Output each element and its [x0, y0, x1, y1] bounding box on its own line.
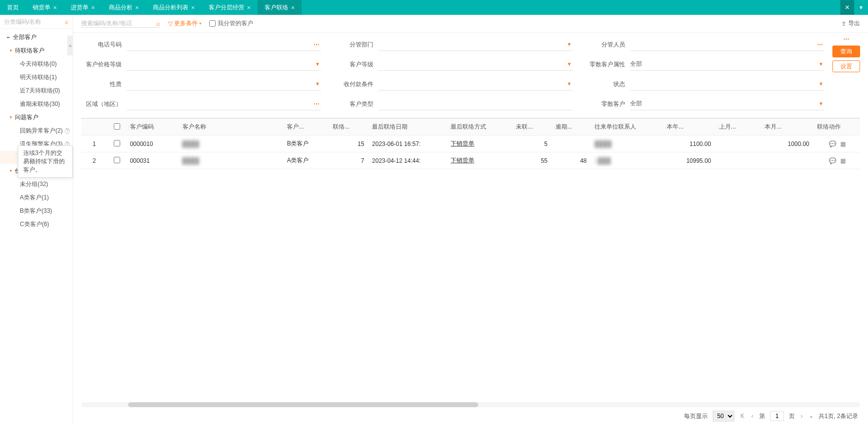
select-all-checkbox[interactable] — [114, 123, 120, 130]
tab[interactable]: 客户联络✕ — [258, 0, 302, 15]
column-header[interactable]: ⋮客户名称 — [180, 119, 284, 136]
main-search-input[interactable] — [81, 20, 156, 27]
close-icon[interactable]: ✕ — [53, 5, 57, 10]
search-icon[interactable]: ⌕ — [156, 20, 160, 27]
tab[interactable]: 商品分析列表✕ — [146, 0, 202, 15]
chat-icon[interactable]: 💬 — [829, 141, 836, 147]
filter-input[interactable] — [378, 97, 573, 110]
close-all-tabs-button[interactable]: ✕ — [840, 0, 854, 15]
next-page-button[interactable]: › — [800, 413, 804, 420]
close-icon[interactable]: ✕ — [191, 5, 195, 10]
first-page-button[interactable]: K — [739, 413, 745, 420]
table-row[interactable]: 10000010████B类客户152023-06-01 16:57:下销货单5… — [81, 136, 860, 152]
my-customers-checkbox[interactable]: 我分管的客户 — [209, 19, 253, 28]
chevron-down-icon[interactable]: ▼ — [819, 101, 823, 106]
column-header[interactable]: ⋮未联... — [513, 119, 552, 136]
sort-icon[interactable]: ⋮ — [284, 125, 288, 129]
tree-leaf[interactable]: 逾期未联络(30) — [0, 97, 73, 111]
column-header[interactable] — [81, 119, 107, 136]
tree-leaf[interactable]: 明天待联络(1) — [0, 71, 73, 84]
tree-leaf[interactable]: A类客户(1) — [0, 191, 73, 204]
tree-leaf[interactable]: 今天待联络(0) — [0, 57, 73, 71]
help-icon[interactable]: ? — [65, 128, 70, 134]
filter-input[interactable]: ▼ — [630, 78, 824, 91]
tab[interactable]: 客户分层经营✕ — [202, 0, 258, 15]
sort-icon[interactable]: ⋮ — [127, 125, 131, 129]
sort-icon[interactable]: ⋮ — [180, 125, 183, 129]
tab[interactable]: 销货单✕ — [26, 0, 64, 15]
column-header[interactable]: ⋮本月... — [762, 119, 814, 136]
sort-icon[interactable]: ⋮ — [448, 125, 452, 129]
grid-icon[interactable]: ▦ — [840, 141, 846, 147]
more-actions-icon[interactable]: ⋯ — [832, 36, 860, 43]
tabs-menu-button[interactable]: ▾ — [854, 0, 868, 15]
tree-root-all-customers[interactable]: ▪▪ 全部客户 — [0, 31, 73, 44]
tab[interactable]: 首页 — [0, 0, 26, 15]
more-filter-toggle[interactable]: ▽ 更多条件 ▾ — [168, 19, 201, 28]
column-header[interactable]: ⋮逾期... — [552, 119, 592, 136]
chevron-down-icon[interactable]: ▼ — [315, 61, 320, 67]
chevron-down-icon[interactable]: ▼ — [819, 61, 823, 67]
filter-input[interactable]: ▼ — [127, 58, 321, 71]
tab[interactable]: 商品分析✕ — [102, 0, 146, 15]
filter-input[interactable]: 全部▼ — [630, 97, 824, 110]
tree-leaf[interactable]: 近7天待联络(0) — [0, 84, 73, 97]
chevron-down-icon[interactable]: ▼ — [567, 61, 572, 67]
chevron-down-icon[interactable]: ▼ — [315, 81, 320, 87]
chevron-down-icon[interactable]: ▼ — [567, 42, 572, 47]
settings-button[interactable]: 设置 — [832, 60, 860, 72]
last-page-button[interactable]: ﾻ — [809, 413, 814, 420]
sort-icon[interactable]: ⋮ — [716, 125, 720, 129]
grid-icon[interactable]: ▦ — [840, 157, 846, 164]
page-input[interactable] — [770, 411, 784, 421]
filter-input[interactable]: ⋯ — [630, 38, 824, 51]
sort-icon[interactable]: ⋮ — [330, 125, 334, 129]
filter-input[interactable]: ▼ — [378, 38, 573, 51]
chat-icon[interactable]: 💬 — [829, 157, 836, 164]
last-way-link[interactable]: 下销货单 — [451, 140, 474, 147]
tab[interactable]: 进货单✕ — [64, 0, 102, 15]
column-header[interactable]: ⋮上月... — [716, 119, 762, 136]
filter-input[interactable]: 全部▼ — [630, 58, 824, 71]
prev-page-button[interactable]: ‹ — [750, 413, 754, 420]
scrollbar-thumb[interactable] — [128, 402, 479, 407]
filter-input[interactable]: ⋯ — [127, 38, 321, 51]
more-icon[interactable]: ⋯ — [817, 41, 823, 48]
sort-icon[interactable]: ⋮ — [513, 125, 517, 129]
tree-leaf[interactable]: 回购异常客户(2) ? — [0, 124, 73, 138]
sort-icon[interactable]: ⋮ — [552, 125, 556, 129]
column-header[interactable]: ⋮联络... — [330, 119, 369, 136]
chevron-down-icon[interactable]: ▼ — [819, 81, 823, 87]
sidebar-search-input[interactable] — [4, 18, 65, 25]
tree-leaf[interactable]: C类客户(6) — [0, 218, 73, 231]
table-row[interactable]: 2000031████A类客户72023-04-12 14:44:下销货单554… — [81, 152, 860, 169]
column-header[interactable]: ⋮本年... — [664, 119, 716, 136]
column-header[interactable]: ⋮往来单位联系人 — [592, 119, 664, 136]
export-button[interactable]: ⇪ 导出 — [841, 19, 860, 28]
close-icon[interactable]: ✕ — [247, 5, 251, 10]
filter-input[interactable]: ▼ — [378, 78, 573, 91]
sort-icon[interactable]: ⋮ — [369, 125, 373, 129]
row-checkbox[interactable] — [114, 157, 120, 163]
filter-input[interactable]: ⋯ — [127, 97, 321, 110]
sort-icon[interactable]: ⋮ — [592, 125, 595, 129]
filter-input[interactable]: ▼ — [127, 78, 321, 91]
per-page-select[interactable]: 50 — [713, 411, 734, 422]
close-icon[interactable]: ✕ — [291, 5, 295, 10]
column-header[interactable]: ⋮客户编码 — [127, 119, 180, 136]
tree-leaf[interactable]: B类客户(33) — [0, 204, 73, 218]
close-icon[interactable]: ✕ — [135, 5, 139, 10]
tree-group[interactable]: ▼待联络客户 — [0, 44, 73, 57]
my-customers-input[interactable] — [209, 20, 216, 27]
search-icon[interactable]: ⌕ — [65, 18, 69, 25]
horizontal-scrollbar[interactable] — [81, 402, 860, 407]
close-icon[interactable]: ✕ — [91, 5, 95, 10]
column-header[interactable]: ⋮最后联络日期 — [369, 119, 448, 136]
sort-icon[interactable]: ⋮ — [664, 125, 668, 129]
sort-icon[interactable]: ⋮ — [762, 125, 766, 129]
column-header[interactable]: ⋮客户... — [284, 119, 330, 136]
sidebar-collapse-handle[interactable]: « — [67, 36, 73, 55]
chevron-down-icon[interactable]: ▼ — [567, 81, 572, 87]
row-checkbox[interactable] — [114, 140, 120, 146]
query-button[interactable]: 查询 — [832, 46, 860, 57]
